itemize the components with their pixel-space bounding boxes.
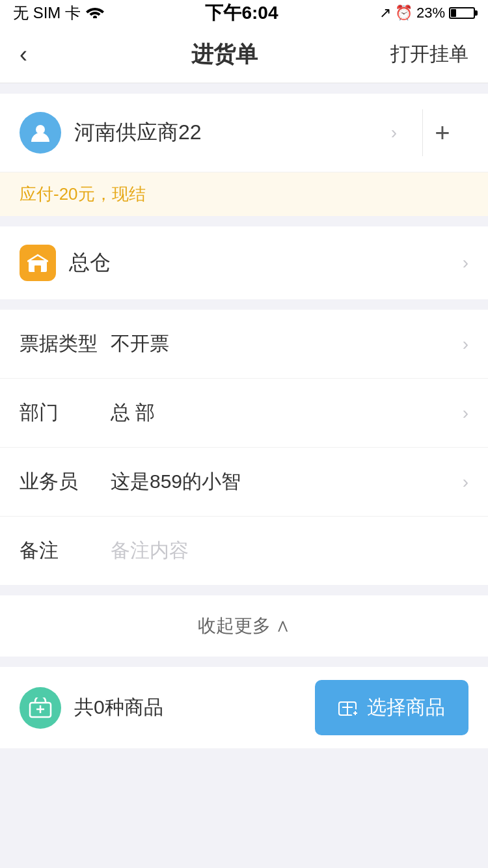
supplier-divider — [422, 109, 423, 156]
warehouse-row[interactable]: 总仓 › — [0, 226, 488, 299]
warehouse-chevron-icon: › — [463, 252, 468, 273]
form-card: 票据类型 不开票 › 部门 总 部 › 业务员 这是859的小智 › 备注 备注… — [0, 310, 488, 585]
supplier-avatar — [20, 112, 61, 154]
wifi-icon — [86, 4, 104, 22]
page-title: 进货单 — [191, 40, 258, 70]
battery-percent: 23% — [416, 5, 445, 21]
product-icon — [20, 687, 61, 729]
back-button[interactable]: ‹ — [20, 41, 59, 68]
location-icon: ↗ — [379, 5, 391, 21]
status-bar: 无 SIM 卡 下午6:04 ↗ ⏰ 23% — [0, 0, 488, 26]
collapse-button[interactable]: 收起更多 ∧ — [0, 595, 488, 657]
salesman-label: 业务员 — [20, 468, 111, 495]
collapse-label: 收起更多 ∧ — [198, 614, 291, 638]
alarm-icon: ⏰ — [395, 5, 413, 21]
carrier-label: 无 SIM 卡 — [13, 3, 81, 23]
remark-label: 备注 — [20, 537, 111, 564]
status-left: 无 SIM 卡 — [13, 3, 104, 23]
svg-point-0 — [36, 125, 45, 134]
product-count: 共0种商品 — [74, 694, 302, 721]
remark-input[interactable]: 备注内容 — [111, 537, 468, 564]
svg-rect-2 — [34, 265, 41, 272]
salesman-chevron-icon: › — [463, 472, 468, 493]
warehouse-name: 总仓 — [69, 249, 463, 277]
nav-bar: ‹ 进货单 打开挂单 — [0, 26, 488, 83]
status-time: 下午6:04 — [205, 1, 278, 25]
supplier-chevron-icon: › — [391, 122, 397, 143]
warehouse-icon — [20, 245, 56, 281]
notice-text: 应付-20元，现结 — [20, 184, 146, 204]
supplier-name: 河南供应商22 — [74, 118, 391, 147]
battery-icon — [449, 7, 475, 19]
select-product-button[interactable]: 选择商品 — [315, 680, 468, 735]
invoice-row[interactable]: 票据类型 不开票 › — [0, 310, 488, 379]
content: 河南供应商22 › + 应付-20元，现结 总仓 › 票据类型 不开票 — [0, 94, 488, 868]
salesman-value: 这是859的小智 — [111, 468, 463, 495]
salesman-row[interactable]: 业务员 这是859的小智 › — [0, 448, 488, 517]
invoice-chevron-icon: › — [463, 334, 468, 355]
remark-row[interactable]: 备注 备注内容 — [0, 517, 488, 585]
invoice-label: 票据类型 — [20, 331, 111, 357]
supplier-row[interactable]: 河南供应商22 › + — [0, 94, 488, 172]
department-chevron-icon: › — [463, 403, 468, 424]
department-row[interactable]: 部门 总 部 › — [0, 379, 488, 448]
status-right: ↗ ⏰ 23% — [379, 5, 475, 21]
page-bottom — [0, 748, 488, 868]
department-label: 部门 — [20, 400, 111, 426]
supplier-card: 河南供应商22 › + 应付-20元，现结 — [0, 94, 488, 216]
warehouse-card: 总仓 › — [0, 226, 488, 299]
select-product-label: 选择商品 — [367, 694, 445, 721]
open-pending-button[interactable]: 打开挂单 — [390, 41, 468, 68]
bottom-bar: 共0种商品 选择商品 — [0, 667, 488, 748]
notice-bar: 应付-20元，现结 — [0, 172, 488, 216]
department-value: 总 部 — [111, 400, 463, 426]
add-supplier-button[interactable]: + — [416, 118, 468, 148]
invoice-value: 不开票 — [111, 331, 463, 357]
